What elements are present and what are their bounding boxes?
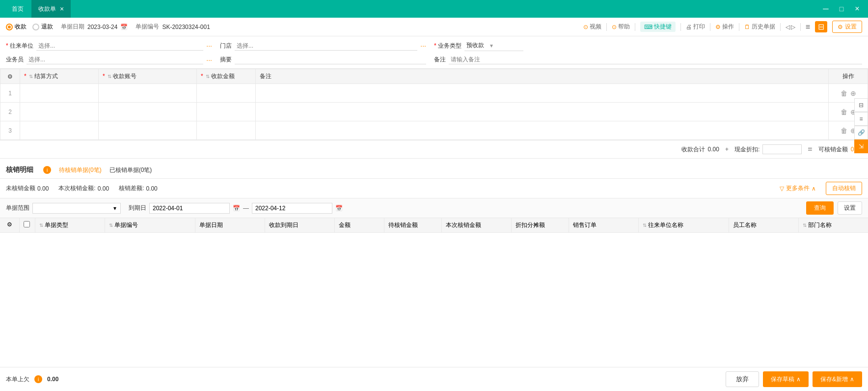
pending-tab[interactable]: 待核销单据(0笔) — [59, 166, 102, 174]
discard-button[interactable]: 放弃 — [726, 371, 759, 387]
grid-icon[interactable]: ⊟ — [815, 21, 827, 32]
row3-account[interactable] — [99, 121, 197, 140]
summary-row: 收款合计 0.00 + 现金折扣: = 可核销金额 0.00 — [0, 140, 868, 159]
save-draft-arrow-icon[interactable]: ∧ — [796, 376, 801, 383]
menu-icon[interactable]: ≡ — [806, 23, 810, 31]
video-btn[interactable]: ⊙ 视频 — [583, 23, 601, 31]
detail-settings-icon[interactable]: ⚙ — [7, 221, 12, 228]
sort-partner-icon[interactable]: ⇅ — [643, 223, 647, 228]
staff-more-btn[interactable]: ··· — [206, 56, 212, 64]
partner-input[interactable] — [36, 41, 203, 51]
close-tab-icon[interactable]: × — [60, 0, 64, 18]
row1-amount[interactable] — [197, 84, 256, 103]
save-new-arrow-icon[interactable]: ∧ — [850, 376, 854, 383]
save-new-button[interactable]: 保存&新增 ∧ — [813, 371, 862, 387]
gear-icon: ⚙ — [838, 24, 843, 30]
window-minimize-icon[interactable]: ─ — [819, 2, 833, 16]
filter-icon: ▽ — [780, 185, 784, 192]
query-button[interactable]: 查询 — [806, 201, 834, 215]
window-maximize-icon[interactable]: □ — [835, 2, 848, 16]
date-to-input[interactable] — [252, 203, 332, 214]
row1-settlement[interactable] — [20, 84, 99, 103]
filter-settings-button[interactable]: 设置 — [838, 201, 862, 215]
select-all-checkbox[interactable] — [24, 221, 30, 227]
remark-input[interactable] — [449, 55, 862, 64]
table-settings-col[interactable]: ⚙ — [0, 69, 20, 84]
refund-radio[interactable]: 退款 — [32, 23, 53, 31]
row2-settlement[interactable] — [20, 103, 99, 121]
summary-input[interactable] — [235, 55, 426, 64]
save-draft-button[interactable]: 保存草稿 ∧ — [763, 371, 809, 387]
shortcut-btn[interactable]: ⌨ 快捷键 — [640, 22, 676, 32]
row2-remark[interactable] — [256, 103, 829, 121]
row3-settlement[interactable] — [20, 121, 99, 140]
receipt-radio[interactable]: 收款 — [6, 23, 27, 31]
range-dropdown-icon: ▾ — [113, 205, 116, 212]
partner-more-btn[interactable]: ··· — [206, 42, 212, 50]
col-settlement-header: ⇅ 结算方式 — [20, 69, 99, 84]
table-row: 1 🗑 ⊕ — [0, 84, 868, 103]
sidebar-table-icon[interactable]: ⊟ — [854, 98, 868, 112]
store-more-btn[interactable]: ··· — [420, 42, 426, 50]
info-icon-bottom[interactable]: i — [34, 375, 42, 383]
done-tab[interactable]: 已核销单据(0笔) — [109, 166, 152, 174]
col-ops-header: 操作 — [829, 69, 868, 84]
writeoff-info-icon[interactable]: i — [43, 166, 51, 174]
row1-copy-icon[interactable]: ⊕ — [850, 89, 856, 97]
col-amount-header: ⇅ 收款金额 — [197, 69, 256, 84]
sidebar-link-icon[interactable]: 🔗 — [854, 126, 868, 140]
sort-num-icon[interactable]: ⇅ — [109, 223, 113, 228]
calendar-icon[interactable]: 📅 — [120, 24, 128, 30]
row1-remark[interactable] — [256, 84, 829, 103]
date-field: 单据日期 2023-03-24 📅 — [61, 23, 128, 31]
row3-remark[interactable] — [256, 121, 829, 140]
row2-amount[interactable] — [197, 103, 256, 121]
row1-account[interactable] — [99, 84, 197, 103]
col-remark-header: 备注 — [256, 69, 829, 84]
row1-delete-icon[interactable]: 🗑 — [841, 89, 847, 97]
help-btn[interactable]: ⊙ 帮助 — [612, 23, 630, 31]
print-btn[interactable]: 🖨 打印 — [686, 23, 705, 31]
sidebar-list-icon[interactable]: ≡ — [854, 112, 868, 126]
biz-type-value: 预收款 — [466, 41, 484, 50]
discount-input[interactable] — [762, 144, 802, 154]
row3-delete-icon[interactable]: 🗑 — [841, 127, 847, 135]
calendar-to-icon[interactable]: 📅 — [335, 205, 343, 212]
history-btn[interactable]: 🗒 历史单据 — [744, 23, 775, 31]
more-conditions-btn[interactable]: ▽ 更多条件 ∧ — [780, 184, 816, 193]
row3-amount[interactable] — [197, 121, 256, 140]
operate-btn[interactable]: ⚙ 操作 — [715, 23, 734, 31]
sort-type-icon[interactable]: ⇅ — [39, 223, 43, 228]
active-tab[interactable]: 收款单 × — [31, 0, 71, 18]
doc-number-field: 单据编号 SK-20230324-001 — [136, 23, 210, 31]
range-select[interactable]: ▾ — [32, 203, 121, 214]
right-arrow-icon[interactable]: ▷ — [791, 24, 795, 30]
auto-writeoff-button[interactable]: 自动核销 — [826, 182, 862, 195]
sidebar-expand-icon[interactable]: ⇲ — [854, 140, 868, 153]
sort-dept-icon[interactable]: ⇅ — [803, 223, 807, 228]
window-close-icon[interactable]: × — [850, 2, 864, 16]
settings-button[interactable]: ⚙ 设置 — [832, 21, 862, 33]
home-tab[interactable]: 首页 — [4, 0, 31, 18]
col-account-header: ⇅ 收款账号 — [99, 69, 197, 84]
dropdown-arrow-icon[interactable]: ▾ — [490, 42, 493, 49]
table-row: 3 🗑 ⊕ — [0, 121, 868, 140]
bottom-info: 本单上欠 i 0.00 — [6, 375, 58, 384]
staff-input[interactable] — [27, 55, 203, 64]
left-arrow-icon[interactable]: ◁ — [786, 24, 790, 30]
table-row: 2 🗑 ⊕ — [0, 103, 868, 121]
row2-account[interactable] — [99, 103, 197, 121]
chevron-up-icon: ∧ — [812, 185, 816, 192]
store-input[interactable] — [235, 41, 417, 51]
row2-delete-icon[interactable]: 🗑 — [841, 108, 847, 116]
calendar-from-icon[interactable]: 📅 — [233, 205, 240, 212]
date-from-input[interactable] — [149, 203, 230, 214]
